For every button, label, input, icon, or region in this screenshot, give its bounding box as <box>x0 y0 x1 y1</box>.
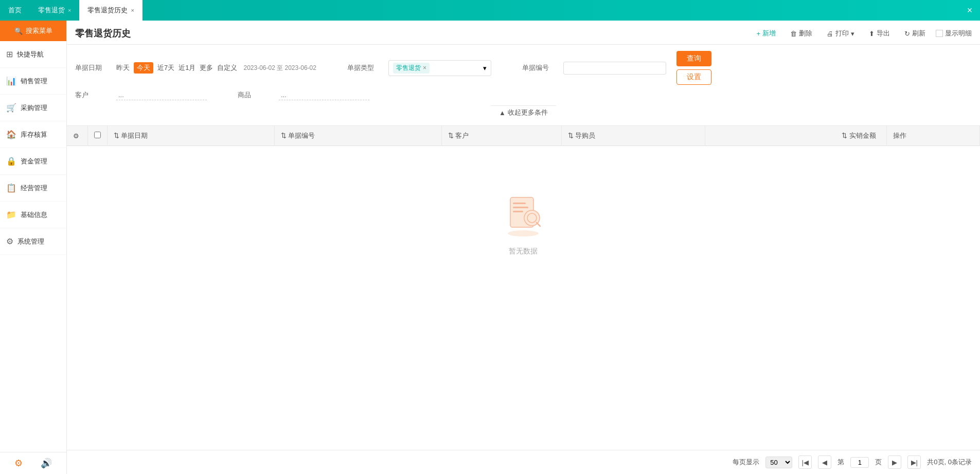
empty-icon <box>497 187 549 239</box>
first-page-button[interactable]: |◀ <box>798 455 812 469</box>
top-bar: 首页 零售退货 × 零售退货历史 × × <box>0 0 980 21</box>
voucher-type-chip-value: 零售退货 <box>396 64 421 72</box>
tab-home[interactable]: 首页 <box>0 0 30 21</box>
voucher-date-label: 单据日期 <box>75 63 106 72</box>
goods-input[interactable] <box>279 90 369 100</box>
tab-retail-return-label: 零售退货 <box>38 6 65 15</box>
voucher-type-chip: 零售退货 × <box>393 63 430 74</box>
filter-row-1: 单据日期 昨天 今天 近7天 近1月 更多 自定义 2023-06-02 至 2… <box>75 51 972 85</box>
shortcut-more[interactable]: 更多 <box>200 63 213 72</box>
voucher-no-input[interactable] <box>563 62 666 75</box>
sales-mgmt-icon: 📊 <box>6 76 16 86</box>
query-button[interactable]: 查询 <box>676 51 711 66</box>
new-button[interactable]: + 新增 <box>752 27 780 40</box>
header-actions: + 新增 🗑 删除 🖨 打印 ▾ ⬆ 导出 ↻ <box>752 27 972 40</box>
sidebar-item-operations-label: 经营管理 <box>21 184 47 193</box>
export-button[interactable]: ⬆ 导出 <box>865 27 894 40</box>
refresh-icon: ↻ <box>904 30 910 38</box>
collapse-label: 收起更多条件 <box>508 108 548 117</box>
total-info: 共0页, 0条记录 <box>927 458 972 467</box>
settings-bottom-icon[interactable]: ⚙ <box>14 458 23 469</box>
sidebar-item-sales-mgmt-label: 销售管理 <box>21 77 47 86</box>
shortcut-7days[interactable]: 近7天 <box>157 63 174 72</box>
sidebar-item-quick-nav[interactable]: ⊞ 快捷导航 <box>0 41 66 68</box>
th-no[interactable]: ⇅ 单据编号 <box>274 126 441 146</box>
display-detail-label: 显示明细 <box>945 29 972 38</box>
empty-text: 暂无数据 <box>509 247 538 256</box>
print-icon: 🖨 <box>827 30 833 38</box>
voucher-type-select[interactable]: 零售退货 × ▾ <box>388 60 491 76</box>
shortcut-custom[interactable]: 自定义 <box>217 63 237 72</box>
delete-button[interactable]: 🗑 删除 <box>786 27 816 40</box>
print-button[interactable]: 🖨 打印 ▾ <box>823 27 859 40</box>
customer-input[interactable] <box>116 90 207 100</box>
sidebar-item-purchase-mgmt-label: 采购管理 <box>21 103 47 113</box>
sidebar: 🔍 搜索菜单 ⊞ 快捷导航 📊 销售管理 🛒 采购管理 🏠 库存核算 🔒 资金管… <box>0 21 67 474</box>
th-ops-label: 操作 <box>893 132 906 139</box>
date-range-display: 2023-06-02 至 2023-06-02 <box>243 64 316 72</box>
shortcut-1month[interactable]: 近1月 <box>179 63 195 72</box>
last-page-button[interactable]: ▶| <box>907 455 921 469</box>
tab-retail-return-history[interactable]: 零售退货历史 × <box>79 0 142 21</box>
sidebar-item-system-label: 系统管理 <box>17 237 44 246</box>
page-header: 零售退货历史 + 新增 🗑 删除 🖨 打印 ▾ ⬆ 导出 <box>67 21 980 45</box>
voucher-type-remove-icon[interactable]: × <box>423 64 426 71</box>
display-detail-toggle[interactable]: 显示明细 <box>936 29 972 38</box>
settings-button[interactable]: 设置 <box>676 69 711 85</box>
th-no-label: ⇅ 单据编号 <box>281 132 315 139</box>
tab-list: 首页 零售退货 × 零售退货历史 × <box>0 0 959 21</box>
filter-row-2: 客户 商品 <box>75 90 972 100</box>
th-amount[interactable]: ⇅ 实销金额 <box>705 126 886 146</box>
filter-section: 单据日期 昨天 今天 近7天 近1月 更多 自定义 2023-06-02 至 2… <box>67 45 980 126</box>
th-date[interactable]: ⇅ 单据日期 <box>107 126 274 146</box>
svg-rect-4 <box>513 211 523 212</box>
sidebar-search[interactable]: 🔍 搜索菜单 <box>0 21 66 41</box>
collapse-button[interactable]: ▲ 收起更多条件 <box>491 105 556 119</box>
page-label: 第 <box>838 458 844 467</box>
refresh-button[interactable]: ↻ 刷新 <box>900 27 930 40</box>
new-label: 新增 <box>762 29 776 38</box>
th-guide[interactable]: ⇅ 导购员 <box>561 126 705 146</box>
sidebar-item-base-info-label: 基础信息 <box>21 210 47 220</box>
sidebar-item-inventory[interactable]: 🏠 库存核算 <box>0 121 66 148</box>
th-checkbox[interactable] <box>87 126 107 146</box>
next-page-button[interactable]: ▶ <box>888 455 901 469</box>
export-label: 导出 <box>877 29 890 38</box>
sidebar-item-purchase-mgmt[interactable]: 🛒 采购管理 <box>0 95 66 121</box>
sidebar-item-operations[interactable]: 📋 经营管理 <box>0 175 66 202</box>
system-icon: ⚙ <box>6 236 13 246</box>
pagination-bar: 每页显示 50 10 20 100 |◀ ◀ 第 页 ▶ ▶| 共0页, 0条记… <box>67 450 980 474</box>
collapse-row: ▲ 收起更多条件 <box>75 105 972 119</box>
export-icon: ⬆ <box>869 30 875 38</box>
per-page-select[interactable]: 50 10 20 100 <box>765 457 792 468</box>
volume-icon[interactable]: 🔊 <box>41 458 52 469</box>
inventory-icon: 🏠 <box>6 130 16 139</box>
tab-home-label: 首页 <box>8 6 22 15</box>
window-close-button[interactable]: × <box>959 0 980 21</box>
th-customer[interactable]: ⇅ 客户 <box>441 126 561 146</box>
select-all-checkbox[interactable] <box>94 132 101 138</box>
sidebar-item-capital[interactable]: 🔒 资金管理 <box>0 148 66 175</box>
tab-retail-return[interactable]: 零售退货 × <box>30 0 79 21</box>
svg-line-7 <box>537 223 540 226</box>
prev-page-button[interactable]: ◀ <box>818 455 831 469</box>
th-amount-label: ⇅ 实销金额 <box>842 132 876 139</box>
page-input[interactable] <box>850 457 869 468</box>
customer-label: 客户 <box>75 90 106 100</box>
refresh-label: 刷新 <box>912 29 925 38</box>
svg-rect-2 <box>513 203 526 204</box>
shortcut-today[interactable]: 今天 <box>134 62 153 74</box>
th-settings[interactable]: ⚙ <box>67 126 87 146</box>
sidebar-item-sales-mgmt[interactable]: 📊 销售管理 <box>0 68 66 95</box>
search-icon: 🔍 <box>14 27 23 35</box>
close-retail-return-icon[interactable]: × <box>68 7 71 13</box>
sidebar-item-base-info[interactable]: 📁 基础信息 <box>0 202 66 228</box>
display-detail-checkbox[interactable] <box>936 30 943 37</box>
voucher-type-dropdown-icon: ▾ <box>483 64 487 72</box>
content-area: 零售退货历史 + 新增 🗑 删除 🖨 打印 ▾ ⬆ 导出 <box>67 21 980 474</box>
close-retail-return-history-icon[interactable]: × <box>131 7 134 13</box>
goods-label: 商品 <box>238 90 269 100</box>
voucher-no-label: 单据编号 <box>522 63 553 72</box>
sidebar-item-system[interactable]: ⚙ 系统管理 <box>0 228 66 255</box>
shortcut-yesterday[interactable]: 昨天 <box>116 63 130 72</box>
